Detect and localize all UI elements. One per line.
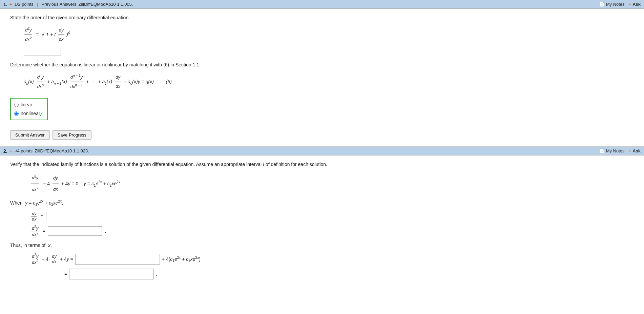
q1-number: 1. bbox=[3, 2, 7, 7]
q1-determine-text: Determine whether the equation is linear… bbox=[10, 61, 637, 68]
q1-question-text: State the order of the given ordinary di… bbox=[10, 14, 637, 21]
q2-ode: d2y dx2 − 4 dy dx + 4y = 0; y = c1e2x + … bbox=[30, 172, 637, 195]
q1-save-btn[interactable]: Save Progress bbox=[53, 130, 91, 140]
q1-radio-group: linear nonlinear ✓ bbox=[10, 98, 48, 120]
q1-sep: | bbox=[37, 2, 38, 7]
q1-radio-nonlinear-label: nonlinear bbox=[21, 111, 40, 116]
ask-plus-icon: + bbox=[629, 2, 631, 7]
q2-thus-input1[interactable] bbox=[75, 254, 160, 265]
q1-ask-btn[interactable]: + Ask bbox=[629, 2, 641, 7]
q2-thus-eq1-row: d2y dx2 − 4 dy dx + 4y = + 4(c1e2x + c2x… bbox=[30, 253, 637, 265]
q1-equation: d2y dx2 = √ 1 + ( dy dx )6 bbox=[24, 25, 637, 44]
q1-body: State the order of the given ordinary di… bbox=[0, 9, 644, 147]
q2-d2y-row: d2y dx2 = . bbox=[30, 225, 637, 237]
q2-my-notes-label: My Notes bbox=[606, 148, 625, 153]
q2-problem-id: ZillDiffEQModAp10 1.1.023. bbox=[35, 148, 89, 153]
q2-thus-text: Thus, in terms of x, bbox=[10, 242, 637, 249]
q2-ask-btn[interactable]: + Ask bbox=[629, 148, 641, 153]
q1-radio-linear-label: linear bbox=[21, 102, 32, 107]
q2-d2y-input[interactable] bbox=[48, 226, 102, 236]
q1-btn-row: Submit Answer Save Progress bbox=[10, 130, 637, 140]
q2-number: 2. bbox=[3, 148, 7, 154]
q2-header-right: 📄 My Notes + Ask bbox=[599, 148, 641, 153]
q2-my-notes-btn[interactable]: 📄 My Notes bbox=[599, 148, 625, 153]
q2-header: 2. + -/4 points ZillDiffEQModAp10 1.1.02… bbox=[0, 147, 644, 155]
q1-problem-id: ZillDiffEQModAp10 1.1.005. bbox=[79, 2, 133, 7]
q1-checkmark: ✓ bbox=[39, 111, 44, 118]
q2-dy-row: dy dx = bbox=[30, 211, 637, 222]
q2-question-text: Verify that the indicated family of func… bbox=[10, 161, 637, 168]
q1-header-right: 📄 My Notes + Ask bbox=[599, 2, 641, 7]
q2-ask-plus-icon: + bbox=[629, 148, 631, 153]
q1-header-left: 1. + 1/2 points | Previous Answers ZillD… bbox=[3, 1, 133, 7]
q2-points: -/4 points bbox=[14, 148, 32, 153]
q1-radio-linear[interactable]: linear bbox=[14, 102, 40, 107]
q2-notes-icon: 📄 bbox=[599, 148, 605, 153]
q1-radio-nonlinear-input[interactable] bbox=[14, 111, 19, 116]
q1-eq6: an(x) dny dxn + an − 1(x) dn − 1y dxn − … bbox=[24, 72, 637, 91]
q2-ask-label: Ask bbox=[632, 148, 641, 153]
q2-plus-icon: + bbox=[9, 148, 13, 154]
q2-thus-input2[interactable] bbox=[69, 269, 154, 279]
q2-body: Verify that the indicated family of func… bbox=[0, 155, 644, 289]
q1-order-input-container bbox=[24, 48, 637, 56]
q1-prev-answers: Previous Answers bbox=[41, 2, 76, 7]
q1-my-notes-btn[interactable]: 📄 My Notes bbox=[599, 2, 625, 7]
q1-eq-label: (6) bbox=[166, 77, 172, 86]
q1-frac-dy: dy dx bbox=[58, 26, 64, 44]
q2-thus-eq2-row: = . bbox=[64, 269, 637, 279]
q1-submit-btn[interactable]: Submit Answer bbox=[10, 130, 50, 140]
notes-icon: 📄 bbox=[599, 2, 605, 7]
q1-order-input[interactable] bbox=[24, 48, 61, 56]
q1-ask-label: Ask bbox=[632, 2, 641, 7]
q1-radio-nonlinear[interactable]: nonlinear bbox=[14, 111, 40, 116]
q1-header: 1. + 1/2 points | Previous Answers ZillD… bbox=[0, 0, 644, 9]
q2-dy-input[interactable] bbox=[46, 212, 100, 221]
q1-plus-icon: + bbox=[9, 1, 13, 7]
q2-header-left: 2. + -/4 points ZillDiffEQModAp10 1.1.02… bbox=[3, 148, 89, 154]
q1-radio-linear-input[interactable] bbox=[14, 103, 19, 107]
q1-my-notes-label: My Notes bbox=[606, 2, 625, 7]
q1-points: 1/2 points bbox=[14, 2, 33, 7]
q1-frac-d2y: d2y dx2 bbox=[24, 25, 32, 44]
q2-when-text: When y = c1e2x + c2xe2x, bbox=[10, 199, 637, 207]
